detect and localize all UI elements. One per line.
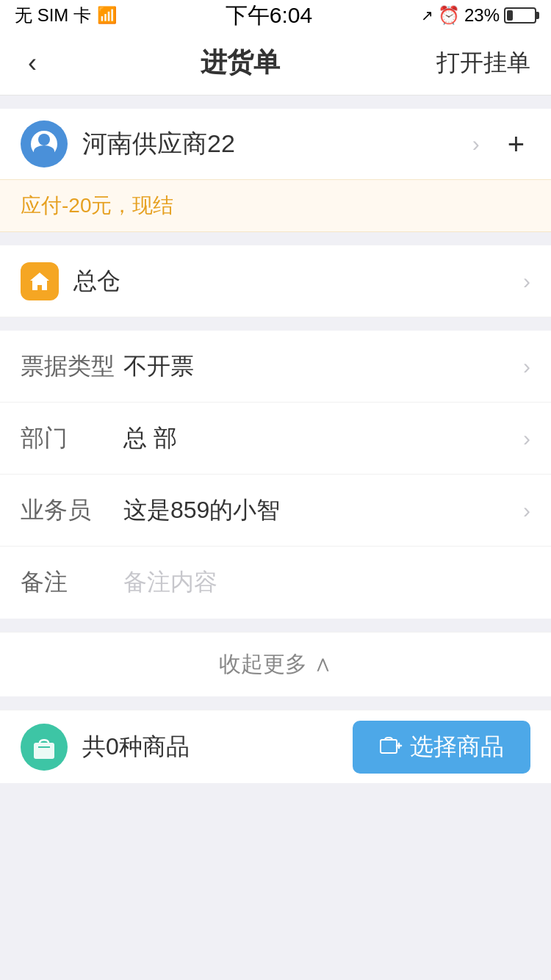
status-bar: 无 SIM 卡 📶 下午6:04 ↗ ⏰ 23%: [0, 0, 551, 31]
house-icon: [29, 270, 51, 292]
svg-rect-1: [381, 740, 397, 753]
shopping-bag-icon: [31, 734, 57, 760]
cart-icon: [379, 735, 403, 759]
svg-rect-0: [34, 743, 54, 759]
alarm-icon: ⏰: [438, 5, 460, 26]
supplier-avatar: [21, 120, 68, 167]
warehouse-name: 总仓: [73, 265, 516, 298]
department-value: 总 部: [123, 422, 516, 455]
form-section: 票据类型 不开票 › 部门 总 部 › 业务员 这是859的小智 › 备注 备注…: [0, 331, 551, 619]
notice-banner: 应付-20元，现结: [0, 179, 551, 232]
supplier-row[interactable]: 河南供应商22 › +: [0, 109, 551, 179]
salesperson-chevron-icon: ›: [523, 498, 530, 523]
salesperson-label: 业务员: [21, 494, 123, 527]
wifi-icon: 📶: [97, 6, 117, 25]
product-count: 共0种商品: [82, 731, 353, 763]
invoice-type-label: 票据类型: [21, 350, 123, 383]
remark-value: 备注内容: [123, 566, 530, 599]
page-title: 进货单: [201, 45, 280, 81]
avatar-icon: [31, 131, 57, 157]
location-icon: ↗: [421, 7, 433, 24]
supplier-name: 河南供应商22: [82, 127, 472, 161]
status-right: ↗ ⏰ 23%: [421, 5, 536, 26]
product-icon-wrap: [21, 724, 68, 771]
add-supplier-button[interactable]: +: [502, 128, 530, 161]
bottom-bar: 共0种商品 选择商品: [0, 710, 551, 783]
gray-area: [0, 783, 551, 980]
collapse-row[interactable]: 收起更多 ∧: [0, 632, 551, 696]
warehouse-section: 总仓 ›: [0, 245, 551, 317]
divider-1: [0, 96, 551, 109]
supplier-actions: › +: [472, 128, 530, 161]
remark-row[interactable]: 备注 备注内容: [0, 547, 551, 619]
supplier-chevron-icon: ›: [472, 131, 480, 156]
department-chevron-icon: ›: [523, 426, 530, 451]
select-product-label: 选择商品: [410, 731, 504, 763]
invoice-type-value: 不开票: [123, 350, 516, 383]
warehouse-chevron-icon: ›: [523, 269, 530, 294]
battery-icon: [504, 7, 536, 24]
carrier-label: 无 SIM 卡: [15, 4, 91, 27]
notice-text: 应付-20元，现结: [21, 194, 173, 217]
remark-label: 备注: [21, 566, 123, 599]
open-pending-button[interactable]: 打开挂单: [436, 47, 530, 79]
department-row[interactable]: 部门 总 部 ›: [0, 403, 551, 475]
invoice-type-chevron-icon: ›: [523, 354, 530, 379]
collapse-label: 收起更多 ∧: [219, 649, 331, 680]
select-product-button[interactable]: 选择商品: [353, 721, 530, 774]
warehouse-row[interactable]: 总仓 ›: [0, 245, 551, 317]
status-left: 无 SIM 卡 📶: [15, 4, 117, 27]
warehouse-icon-wrap: [21, 262, 59, 300]
department-label: 部门: [21, 422, 123, 455]
salesperson-row[interactable]: 业务员 这是859的小智 ›: [0, 475, 551, 547]
salesperson-value: 这是859的小智: [123, 494, 516, 527]
nav-bar: ‹ 进货单 打开挂单: [0, 31, 551, 96]
battery-percent: 23%: [464, 5, 500, 26]
time-label: 下午6:04: [226, 1, 312, 31]
invoice-type-row[interactable]: 票据类型 不开票 ›: [0, 331, 551, 403]
back-button[interactable]: ‹: [21, 40, 44, 86]
supplier-section: 河南供应商22 › + 应付-20元，现结: [0, 109, 551, 232]
